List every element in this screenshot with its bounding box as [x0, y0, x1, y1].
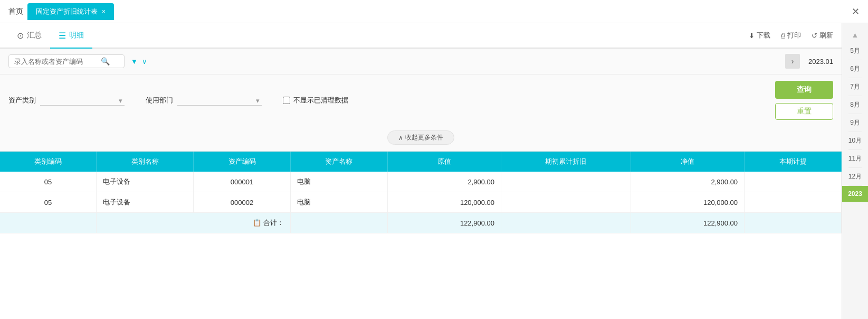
home-link[interactable]: 首页 [8, 7, 23, 16]
summary-row: 📋合计： 122,900.00 122,900.00 [0, 213, 842, 233]
cell-asset-code: 000001 [194, 172, 291, 192]
refresh-button[interactable]: ↺ 刷新 [812, 31, 833, 40]
sub-tabs-bar: ⊙ 汇总 ☰ 明细 ⬇ 下载 ⎙ 打印 ↺ 刷新 [0, 23, 842, 49]
tab-label: 固定资产折旧统计表 [36, 7, 98, 16]
department-label: 使用部门 [146, 96, 173, 105]
detail-tab-label: 明细 [69, 31, 84, 40]
refresh-icon: ↺ [812, 32, 817, 40]
cell-asset-code: 000002 [194, 192, 291, 213]
cell-asset-name: 电脑 [290, 172, 387, 192]
right-sidebar: ▲ 5月6月7月8月9月10月11月12月 2023 [842, 23, 868, 319]
exclude-cleared-label: 不显示已清理数据 [293, 96, 348, 105]
sidebar-month-item[interactable]: 10月 [848, 132, 862, 150]
summary-icon: 📋 [253, 219, 261, 227]
col-current-depreciation: 本期计提 [745, 152, 842, 172]
department-select-wrap [177, 95, 262, 106]
top-nav: 首页 固定资产折旧统计表 × ✕ [0, 0, 868, 23]
date-label: 2023.01 [808, 58, 833, 65]
col-category-name: 类别名称 [97, 152, 194, 172]
table-row: 05 电子设备 000002 电脑 120,000.00 120,000.00 [0, 192, 842, 213]
sidebar-month-item[interactable]: 5月 [848, 42, 862, 60]
summary-cell-current-dep [745, 213, 842, 233]
download-label: 下载 [757, 31, 770, 40]
download-button[interactable]: ⬇ 下载 [749, 31, 770, 40]
cell-net-value: 2,900.00 [631, 172, 744, 192]
col-initial-depreciation: 期初累计折旧 [501, 152, 631, 172]
reset-button[interactable]: 重置 [775, 103, 833, 120]
nav-arrow-button[interactable]: › [785, 54, 800, 69]
tab-detail[interactable]: ☰ 明细 [50, 23, 92, 49]
collapse-bar: ∧ 收起更多条件 [8, 126, 833, 147]
query-button[interactable]: 查询 [775, 81, 833, 99]
search-input[interactable] [14, 58, 99, 65]
collapse-button[interactable]: ∧ 收起更多条件 [387, 130, 454, 145]
summary-cell-name: 📋合计： [97, 213, 291, 233]
summary-cell-code [0, 213, 97, 233]
filter-panel: 资产类别 使用部门 [0, 74, 842, 152]
collapse-up-icon: ∧ [398, 134, 403, 142]
asset-category-label: 资产类别 [8, 96, 36, 105]
asset-category-select[interactable] [40, 95, 125, 106]
search-icon: 🔍 [101, 57, 110, 65]
table-row: 05 电子设备 000001 电脑 2,900.00 2,900.00 [0, 172, 842, 192]
content-area: ⊙ 汇总 ☰ 明细 ⬇ 下载 ⎙ 打印 ↺ 刷新 [0, 23, 868, 319]
cell-current-depreciation [745, 172, 842, 192]
cell-category-name: 电子设备 [97, 192, 194, 213]
cell-initial-depreciation [501, 172, 631, 192]
summary-cell-net-value: 122,900.00 [631, 213, 744, 233]
data-table: 类别编码 类别名称 资产编码 资产名称 原值 期初累计折旧 净值 本期计提 05… [0, 152, 842, 233]
col-asset-name: 资产名称 [290, 152, 387, 172]
summary-cell-original-value: 122,900.00 [387, 213, 501, 233]
print-label: 打印 [787, 31, 801, 40]
asset-category-select-wrap [40, 95, 125, 106]
col-net-value: 净值 [631, 152, 744, 172]
cell-original-value: 2,900.00 [387, 172, 501, 192]
more-conditions-button[interactable]: ▼ ∨ [131, 58, 147, 65]
print-icon: ⎙ [781, 32, 785, 40]
refresh-label: 刷新 [819, 31, 833, 40]
cell-initial-depreciation [501, 192, 631, 213]
sidebar-month-item[interactable]: 7月 [848, 78, 862, 96]
data-table-wrap: 类别编码 类别名称 资产编码 资产名称 原值 期初累计折旧 净值 本期计提 05… [0, 152, 842, 319]
col-category-code: 类别编码 [0, 152, 97, 172]
sidebar-month-item[interactable]: 11月 [848, 150, 862, 168]
sidebar-month-item[interactable]: 6月 [848, 60, 862, 78]
cell-asset-name: 电脑 [290, 192, 387, 213]
sidebar-year[interactable]: 2023 [842, 186, 868, 202]
cell-current-depreciation [745, 192, 842, 213]
cell-category-name: 电子设备 [97, 172, 194, 192]
table-header-row: 类别编码 类别名称 资产编码 资产名称 原值 期初累计折旧 净值 本期计提 [0, 152, 842, 172]
chevron-down-icon: ∨ [142, 58, 147, 65]
sidebar-month-item[interactable]: 9月 [848, 114, 862, 132]
exclude-cleared-checkbox[interactable] [283, 97, 290, 104]
collapse-label: 收起更多条件 [405, 133, 443, 142]
sidebar-month-item[interactable]: 8月 [848, 96, 862, 114]
sidebar-month-item[interactable]: 12月 [848, 168, 862, 186]
sidebar-scroll-up[interactable]: ▲ [842, 27, 868, 42]
tab-summary[interactable]: ⊙ 汇总 [8, 23, 50, 49]
filter-row: 资产类别 使用部门 [8, 81, 833, 120]
col-asset-code: 资产编码 [194, 152, 291, 172]
active-tab[interactable]: 固定资产折旧统计表 × [27, 3, 114, 20]
search-bar: 🔍 ▼ ∨ › 2023.01 [0, 49, 842, 74]
cell-category-code: 05 [0, 172, 97, 192]
asset-category-filter: 资产类别 [8, 95, 125, 106]
print-button[interactable]: ⎙ 打印 [781, 31, 801, 40]
filter-actions: 查询 重置 [775, 81, 833, 120]
detail-tab-icon: ☰ [59, 31, 66, 41]
col-original-value: 原值 [387, 152, 501, 172]
department-filter: 使用部门 [146, 95, 262, 106]
search-input-wrap: 🔍 [8, 54, 125, 68]
summary-tab-label: 汇总 [27, 31, 42, 40]
filter-icon: ▼ [131, 58, 138, 65]
cell-net-value: 120,000.00 [631, 192, 744, 213]
cell-original-value: 120,000.00 [387, 192, 501, 213]
cell-category-code: 05 [0, 192, 97, 213]
department-select[interactable] [177, 95, 262, 106]
summary-cell-asset [290, 213, 387, 233]
download-icon: ⬇ [749, 32, 755, 40]
tab-close-icon[interactable]: × [102, 8, 106, 15]
summary-cell-initial-dep [501, 213, 631, 233]
window-close-button[interactable]: ✕ [852, 6, 860, 17]
main-panel: ⊙ 汇总 ☰ 明细 ⬇ 下载 ⎙ 打印 ↺ 刷新 [0, 23, 842, 319]
